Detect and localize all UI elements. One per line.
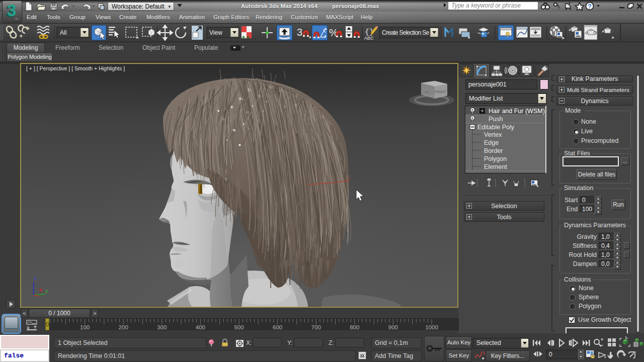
- svg-text:Polygon: Polygon: [484, 155, 507, 162]
- svg-text:100: 100: [80, 324, 90, 330]
- svg-text:800: 800: [350, 324, 359, 330]
- svg-text:Vertex: Vertex: [484, 131, 502, 138]
- svg-text:700: 700: [311, 324, 321, 330]
- svg-text:200: 200: [119, 324, 128, 330]
- svg-text:3: 3: [7, 2, 16, 20]
- svg-text:LE: LE: [425, 90, 428, 94]
- svg-text:Border: Border: [484, 147, 503, 154]
- svg-text:400: 400: [196, 324, 205, 330]
- svg-text:Create Selection Se: Create Selection Se: [382, 29, 429, 36]
- svg-text:z: z: [34, 276, 37, 281]
- svg-text:500: 500: [234, 324, 244, 330]
- svg-text:ABC: ABC: [364, 36, 374, 41]
- svg-text:RIGHT: RIGHT: [435, 90, 447, 94]
- svg-text:Element: Element: [484, 163, 507, 170]
- svg-text:View: View: [209, 29, 222, 36]
- svg-text:300: 300: [157, 324, 167, 330]
- svg-text:Hair and Fur (WSM): Hair and Fur (WSM): [489, 108, 545, 115]
- svg-text:All: All: [60, 29, 66, 36]
- svg-text:Editable Poly: Editable Poly: [477, 124, 515, 131]
- svg-text:Push: Push: [489, 116, 503, 123]
- svg-text:0: 0: [549, 351, 552, 358]
- svg-text:900: 900: [388, 324, 398, 330]
- svg-text:1000: 1000: [425, 324, 438, 330]
- svg-text:x: x: [39, 287, 42, 293]
- svg-text:y: y: [45, 288, 48, 294]
- svg-text:y: y: [348, 175, 350, 180]
- svg-text:Edge: Edge: [484, 139, 499, 146]
- svg-text:3: 3: [297, 27, 302, 38]
- svg-text:?: ?: [588, 3, 591, 10]
- svg-text:600: 600: [273, 324, 282, 330]
